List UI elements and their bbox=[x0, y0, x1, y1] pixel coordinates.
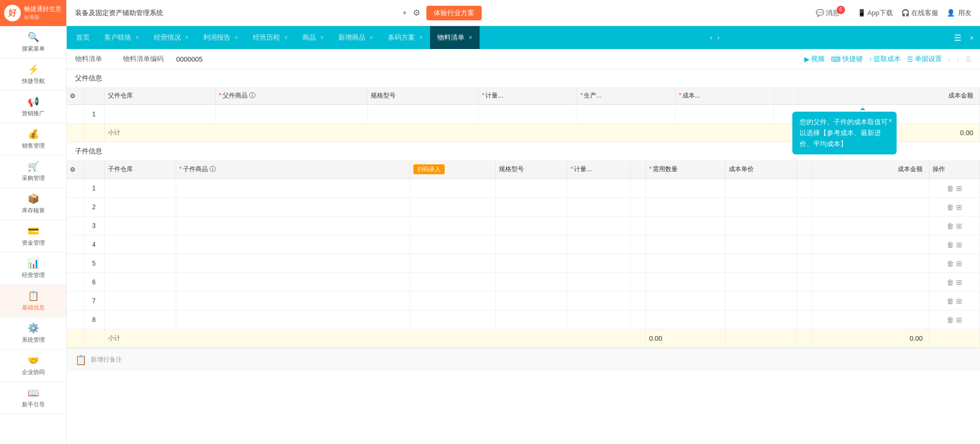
child-row1-copy-icon[interactable]: ⊞ bbox=[956, 184, 962, 193]
tab-operation[interactable]: 经营情况 × bbox=[146, 26, 196, 49]
child-row5-copy-icon[interactable]: ⊞ bbox=[956, 259, 962, 268]
extract-cost-button[interactable]: ↑ 提取成本 bbox=[869, 54, 901, 64]
tab-bom-close[interactable]: × bbox=[469, 34, 472, 41]
child-row2-goods[interactable] bbox=[176, 198, 410, 217]
tab-barcode[interactable]: 条码方案 × bbox=[381, 26, 430, 49]
tooltip-close-button[interactable]: × bbox=[888, 115, 892, 126]
app-download-button[interactable]: 📱 App下载 bbox=[858, 8, 893, 18]
child-row8-qty[interactable] bbox=[646, 310, 726, 329]
child-row3-goods[interactable] bbox=[176, 217, 410, 235]
child-row1-spec[interactable] bbox=[496, 179, 567, 198]
sidebar-item-marketing[interactable]: 📢 营销推广 bbox=[0, 91, 66, 123]
child-row5-delete-icon[interactable]: 🗑 bbox=[947, 259, 954, 268]
child-row7-spec[interactable] bbox=[496, 292, 567, 310]
child-row3-unitcost[interactable] bbox=[726, 217, 797, 235]
tab-profit-close[interactable]: × bbox=[235, 34, 238, 41]
shortcut-button[interactable]: ⌨ 快捷键 bbox=[831, 54, 863, 64]
child-row5-qty[interactable] bbox=[646, 254, 726, 273]
tab-home[interactable]: 首页 bbox=[69, 26, 97, 49]
add-row-icon[interactable]: 📋 bbox=[75, 354, 87, 366]
tab-operation-close[interactable]: × bbox=[185, 34, 189, 41]
sidebar-item-sales[interactable]: 💰 销售管理 bbox=[0, 123, 66, 155]
trial-button[interactable]: 体验行业方案 bbox=[426, 6, 482, 20]
child-row6-qty[interactable] bbox=[646, 273, 726, 292]
child-row4-warehouse[interactable] bbox=[104, 235, 176, 254]
child-row4-copy-icon[interactable]: ⊞ bbox=[956, 241, 962, 249]
child-row6-unit[interactable] bbox=[567, 273, 631, 292]
child-row2-copy-icon[interactable]: ⊞ bbox=[956, 203, 962, 211]
tab-goods[interactable]: 商品 × bbox=[295, 26, 331, 49]
child-row8-unit[interactable] bbox=[567, 310, 631, 329]
child-row6-spec[interactable] bbox=[496, 273, 567, 292]
parent-row1-unit[interactable] bbox=[479, 105, 577, 124]
parent-row1-goods[interactable] bbox=[215, 105, 367, 124]
child-row2-warehouse[interactable] bbox=[104, 198, 176, 217]
child-row3-unit[interactable] bbox=[567, 217, 631, 235]
child-row3-warehouse[interactable] bbox=[104, 217, 176, 235]
sidebar-item-collab[interactable]: 🤝 企业协同 bbox=[0, 350, 66, 382]
tab-profit[interactable]: 利润报告 × bbox=[196, 26, 246, 49]
parent-row1-cost[interactable] bbox=[676, 105, 774, 124]
sidebar-item-system[interactable]: ⚙️ 系统管理 bbox=[0, 317, 66, 350]
child-row2-delete-icon[interactable]: 🗑 bbox=[947, 203, 954, 211]
child-row6-unitcost[interactable] bbox=[726, 273, 797, 292]
sidebar-item-basic[interactable]: 📋 基础信息 bbox=[0, 285, 66, 317]
child-row1-unit[interactable] bbox=[567, 179, 631, 198]
tab-newgoods[interactable]: 新增商品 × bbox=[331, 26, 381, 49]
tab-goods-close[interactable]: × bbox=[320, 34, 324, 41]
sidebar-item-newguide[interactable]: 📖 新手引导 bbox=[0, 382, 66, 414]
child-row1-unitcost[interactable] bbox=[726, 179, 797, 198]
child-row7-delete-icon[interactable]: 🗑 bbox=[947, 297, 954, 305]
parent-row1-spec[interactable] bbox=[368, 105, 479, 124]
child-row8-goods[interactable] bbox=[176, 310, 410, 329]
child-row8-warehouse[interactable] bbox=[104, 310, 176, 329]
child-row7-copy-icon[interactable]: ⊞ bbox=[956, 297, 962, 305]
child-row1-warehouse[interactable] bbox=[104, 179, 176, 198]
child-row7-goods[interactable] bbox=[176, 292, 410, 310]
nav-close-button[interactable]: × bbox=[965, 34, 978, 42]
parent-row1-warehouse[interactable] bbox=[104, 105, 215, 124]
child-row2-qty[interactable] bbox=[646, 198, 726, 217]
tab-newgoods-close[interactable]: × bbox=[370, 34, 373, 41]
child-row8-unitcost[interactable] bbox=[726, 310, 797, 329]
child-row4-delete-icon[interactable]: 🗑 bbox=[947, 241, 954, 249]
child-row2-spec[interactable] bbox=[496, 198, 567, 217]
child-row8-spec[interactable] bbox=[496, 310, 567, 329]
child-row5-unit[interactable] bbox=[567, 254, 631, 273]
nav-next-icon[interactable]: › bbox=[715, 33, 721, 42]
child-row5-spec[interactable] bbox=[496, 254, 567, 273]
tab-bom[interactable]: 物料清单 × bbox=[430, 26, 480, 49]
child-row5-warehouse[interactable] bbox=[104, 254, 176, 273]
child-row2-unit[interactable] bbox=[567, 198, 631, 217]
child-row4-spec[interactable] bbox=[496, 235, 567, 254]
nav-prev-page-icon[interactable]: ‹ bbox=[948, 55, 950, 63]
child-row8-copy-icon[interactable]: ⊞ bbox=[956, 316, 962, 324]
child-row6-goods[interactable] bbox=[176, 273, 410, 292]
user-menu[interactable]: 👤 用友 bbox=[947, 8, 972, 18]
child-row6-copy-icon[interactable]: ⊞ bbox=[956, 278, 962, 286]
single-setting-button[interactable]: ☰ 单据设置 bbox=[907, 54, 942, 64]
online-service-button[interactable]: 🎧 在线客服 bbox=[901, 8, 938, 18]
child-row8-delete-icon[interactable]: 🗑 bbox=[947, 316, 954, 324]
tab-customer[interactable]: 客户联络 × bbox=[97, 26, 146, 49]
sidebar-item-quicknav[interactable]: ⚡ 快捷导航 bbox=[0, 58, 66, 91]
tab-barcode-close[interactable]: × bbox=[419, 34, 423, 41]
close-all-tabs-icon[interactable]: ☰ bbox=[950, 33, 965, 43]
child-row4-qty[interactable] bbox=[646, 235, 726, 254]
sidebar-item-purchase[interactable]: 🛒 采购管理 bbox=[0, 155, 66, 188]
view-video-button[interactable]: ▶ 视频 bbox=[804, 54, 825, 64]
settings-gear-icon[interactable]: ⚙ bbox=[413, 8, 420, 18]
tab-customer-close[interactable]: × bbox=[136, 34, 139, 41]
child-row3-spec[interactable] bbox=[496, 217, 567, 235]
sidebar-item-inventory[interactable]: 📦 库存核算 bbox=[0, 188, 66, 220]
child-row1-delete-icon[interactable]: 🗑 bbox=[947, 184, 954, 193]
nav-next-page-icon[interactable]: › bbox=[957, 55, 959, 63]
child-row5-goods[interactable] bbox=[176, 254, 410, 273]
child-row7-qty[interactable] bbox=[646, 292, 726, 310]
child-row2-unitcost[interactable] bbox=[726, 198, 797, 217]
child-row4-unit[interactable] bbox=[567, 235, 631, 254]
view-mode-icon[interactable]: ☰ bbox=[965, 55, 972, 63]
sidebar-item-search[interactable]: 🔍 搜索菜单 bbox=[0, 26, 66, 58]
sidebar-item-finance[interactable]: 💳 资金管理 bbox=[0, 220, 66, 253]
child-row1-goods[interactable] bbox=[176, 179, 410, 198]
